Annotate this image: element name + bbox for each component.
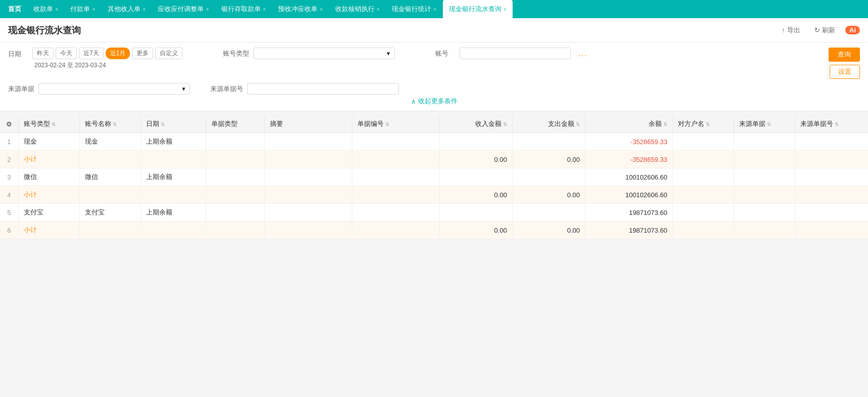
- row-voucher-no: [352, 151, 439, 168]
- settings-button[interactable]: 设置: [830, 65, 860, 79]
- table-row[interactable]: 2 小计 0.00 0.00 -3528659.33: [0, 151, 868, 168]
- sort-income-icon: ⇅: [503, 121, 507, 127]
- row-counterparty: [673, 222, 734, 239]
- row-source-voucher: [734, 133, 795, 151]
- nav-tab-cash-bank-stat[interactable]: 现金银行统计 ×: [386, 0, 442, 18]
- row-balance: -3528659.33: [585, 151, 673, 168]
- source-voucher-no-input[interactable]: [247, 83, 399, 95]
- col-settings[interactable]: ⚙: [0, 115, 18, 133]
- row-income: 0.00: [439, 151, 512, 168]
- export-button[interactable]: ↑ 导出: [778, 24, 805, 37]
- close-payable-adjust-icon[interactable]: ×: [206, 6, 209, 12]
- sort-account-type[interactable]: 账号类型 ⇅: [24, 119, 56, 128]
- sort-counterparty[interactable]: 对方户名 ⇅: [678, 119, 710, 128]
- close-collection-exec-icon[interactable]: ×: [377, 6, 380, 12]
- row-date: [141, 151, 206, 168]
- account-label: 账号: [435, 49, 455, 58]
- sort-voucher-no[interactable]: 单据编号 ⇅: [357, 119, 389, 128]
- sort-expense[interactable]: 支出金额 ⇅: [548, 119, 580, 128]
- table-row[interactable]: 3 微信 微信 上期余额 100102606.60: [0, 168, 868, 186]
- nav-tab-advance-offset[interactable]: 预收冲应收单 ×: [272, 0, 329, 18]
- row-expense: 0.00: [512, 151, 585, 168]
- table-header-row: ⚙ 账号类型 ⇅ 账号名称 ⇅ 日期: [0, 115, 868, 133]
- close-cash-bank-flow-icon[interactable]: ×: [504, 6, 507, 12]
- row-account-type: 小计: [18, 151, 79, 168]
- row-voucher-no: [352, 133, 439, 151]
- row-counterparty: [673, 186, 734, 204]
- sort-income[interactable]: 收入金额 ⇅: [475, 119, 507, 128]
- row-voucher-no: [352, 168, 439, 186]
- sort-date[interactable]: 日期 ⇅: [146, 119, 165, 128]
- close-payment-icon[interactable]: ×: [92, 6, 95, 12]
- nav-tab-collection-exec-label: 收款核销执行: [335, 5, 375, 14]
- source-voucher-filter: 来源单据 ▾: [8, 83, 190, 95]
- col-account-type: 账号类型 ⇅: [18, 115, 79, 133]
- row-counterparty: [673, 204, 734, 222]
- gear-icon[interactable]: ⚙: [6, 120, 12, 128]
- refresh-button[interactable]: ↻ 刷新: [810, 24, 839, 37]
- sort-account-name[interactable]: 账号名称 ⇅: [85, 119, 117, 128]
- nav-tab-payable-adjust[interactable]: 应收应付调整单 ×: [152, 0, 215, 18]
- source-voucher-no-label: 来源单据号: [210, 84, 243, 94]
- col-source-voucher: 来源单据 ⇅: [734, 115, 795, 133]
- row-voucher-no: [352, 186, 439, 204]
- sort-source-voucher-icon: ⇅: [767, 121, 771, 127]
- row-income: [439, 133, 512, 151]
- row-account-type: 微信: [18, 168, 79, 186]
- close-cash-bank-stat-icon[interactable]: ×: [433, 6, 436, 12]
- nav-tab-cash-bank-stat-label: 现金银行统计: [392, 5, 431, 14]
- close-other-income-icon[interactable]: ×: [143, 6, 146, 12]
- date-today-btn[interactable]: 今天: [56, 48, 77, 59]
- date-yesterday-btn[interactable]: 昨天: [32, 48, 54, 59]
- query-button[interactable]: 查询: [829, 48, 860, 62]
- table-container: ⚙ 账号类型 ⇅ 账号名称 ⇅ 日期: [0, 115, 868, 239]
- row-voucher-type: [206, 204, 264, 222]
- table-row[interactable]: 1 现金 现金 上期余额 -3528659.33: [0, 133, 868, 151]
- account-input[interactable]: [460, 48, 571, 59]
- nav-tab-receipt[interactable]: 收款单 ×: [27, 0, 64, 18]
- row-date: 上期余额: [141, 168, 206, 186]
- row-account-type: 小计: [18, 186, 79, 204]
- source-voucher-select[interactable]: ▾: [38, 83, 190, 95]
- row-account-name: [79, 222, 141, 239]
- table-row[interactable]: 5 支付宝 支付宝 上期余额 19871073.60: [0, 204, 868, 222]
- close-advance-offset-icon[interactable]: ×: [319, 6, 323, 12]
- row-source-voucher-no: [795, 204, 868, 222]
- date-last7-btn[interactable]: 近7天: [79, 48, 104, 59]
- nav-tab-other-income[interactable]: 其他收入单 ×: [102, 0, 152, 18]
- row-num: 5: [0, 204, 18, 222]
- table-body: 1 现金 现金 上期余额 -3528659.33 2 小计 0.00 0.00 …: [0, 133, 868, 239]
- date-custom-btn[interactable]: 自定义: [155, 48, 182, 59]
- filter-area: 日期 昨天 今天 近7天 近1月 更多 自定义 2023-02-24 至 202…: [0, 42, 868, 111]
- row-balance: 19871073.60: [585, 222, 673, 239]
- nav-tab-bank-deposit[interactable]: 银行存取款单 ×: [215, 0, 272, 18]
- col-counterparty: 对方户名 ⇅: [673, 115, 734, 133]
- date-last1m-btn[interactable]: 近1月: [106, 48, 130, 59]
- row-account-name: 现金: [79, 133, 141, 151]
- row-summary: [264, 168, 352, 186]
- close-bank-deposit-icon[interactable]: ×: [263, 6, 266, 12]
- nav-tab-cash-bank-flow[interactable]: 现金银行流水查询 ×: [443, 0, 513, 18]
- sort-source-voucher[interactable]: 来源单据 ⇅: [739, 119, 771, 128]
- account-type-select[interactable]: ▾: [253, 48, 395, 59]
- ai-button[interactable]: Ai: [845, 26, 860, 34]
- nav-tab-collection-exec[interactable]: 收款核销执行 ×: [329, 0, 386, 18]
- page-header: 现金银行流水查询 ↑ 导出 ↻ 刷新 Ai: [0, 18, 868, 42]
- sort-account-name-icon: ⇅: [113, 121, 117, 127]
- collapse-bar[interactable]: ∧ 收起更多条件: [8, 95, 860, 106]
- nav-tab-payment[interactable]: 付款单 ×: [64, 0, 101, 18]
- sort-source-voucher-no[interactable]: 来源单据号 ⇅: [800, 119, 839, 128]
- row-account-name: 微信: [79, 168, 141, 186]
- date-filter-label: 日期: [8, 50, 28, 59]
- source-voucher-no-filter: 来源单据号: [210, 83, 399, 95]
- nav-tab-home[interactable]: 首页: [2, 0, 27, 18]
- row-num: 4: [0, 186, 18, 204]
- close-receipt-icon[interactable]: ×: [55, 6, 58, 12]
- row-income: [439, 204, 512, 222]
- table-row[interactable]: 6 小计 0.00 0.00 19871073.60: [0, 222, 868, 239]
- sort-balance[interactable]: 余额 ⇅: [649, 119, 667, 128]
- date-more-btn[interactable]: 更多: [132, 48, 153, 59]
- table-row[interactable]: 4 小计 0.00 0.00 100102606.60: [0, 186, 868, 204]
- row-counterparty: [673, 151, 734, 168]
- account-dots-btn[interactable]: ...: [575, 48, 590, 59]
